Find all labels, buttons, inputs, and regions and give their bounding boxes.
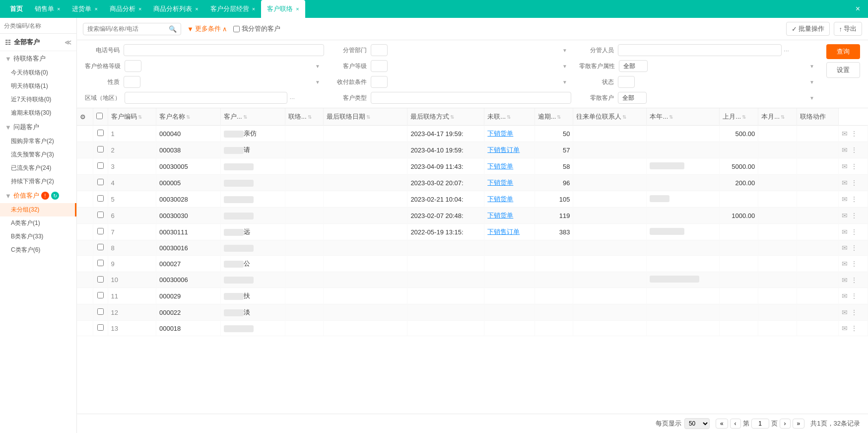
row-checkbox[interactable] (97, 179, 104, 185)
last-method-link[interactable]: 下销售订单 (487, 228, 520, 235)
phone-action-icon[interactable]: ✉ (842, 130, 848, 138)
phone-action-icon[interactable]: ✉ (842, 179, 848, 187)
batch-ops-button[interactable]: ✓ 批量操作 (786, 22, 830, 36)
phone-action-icon[interactable]: ✉ (842, 324, 848, 332)
sidebar-item-tomorrow[interactable]: 明天待联络(1) (0, 79, 76, 93)
sidebar-group-value-title[interactable]: ▼ 价值客户 ! ↻ (0, 188, 76, 203)
row-checkbox[interactable] (97, 130, 104, 136)
retail-cust-select[interactable]: 全部 (618, 92, 647, 104)
search-icon[interactable]: 🔍 (169, 25, 177, 33)
first-page-btn[interactable]: « (716, 419, 728, 429)
sidebar-collapse-icon[interactable]: ≪ (65, 39, 71, 46)
status-select[interactable] (618, 76, 635, 88)
sort-contact-icon[interactable]: ⇅ (308, 114, 312, 120)
more-action-icon[interactable]: ⋮ (851, 260, 858, 268)
phone-action-icon[interactable]: ✉ (842, 212, 848, 219)
next-page-btn[interactable]: › (780, 419, 791, 429)
more-action-icon[interactable]: ⋮ (851, 130, 858, 138)
sidebar-item-7days[interactable]: 近7天待联络(0) (0, 93, 76, 106)
refresh-badge[interactable]: ↻ (51, 192, 59, 200)
nav-product-list[interactable]: 商品分析列表 × (147, 0, 204, 18)
sidebar-item-declining[interactable]: 持续下滑客户(2) (0, 175, 76, 188)
more-action-icon[interactable]: ⋮ (851, 179, 858, 187)
sidebar-item-ungrouped[interactable]: 未分组(32) (0, 203, 76, 216)
close-purchase-icon[interactable]: × (94, 6, 97, 12)
retail-attr-select[interactable]: 全部 (619, 60, 648, 72)
phone-action-icon[interactable]: ✉ (842, 292, 848, 300)
row-checkbox[interactable] (97, 228, 104, 234)
more-action-icon[interactable]: ⋮ (851, 292, 858, 300)
row-checkbox[interactable] (97, 146, 104, 152)
close-product-list-icon[interactable]: × (195, 6, 198, 12)
more-action-icon[interactable]: ⋮ (851, 195, 858, 203)
nav-home[interactable]: 首页 (4, 0, 29, 18)
export-button[interactable]: ↑ 导出 (834, 22, 863, 36)
sort-this-month-icon[interactable]: ⇅ (781, 114, 785, 120)
cust-type-input[interactable] (371, 92, 571, 104)
sort-overdue-icon[interactable]: ⇅ (557, 114, 561, 120)
nav-sales[interactable]: 销售单 × (29, 0, 66, 18)
price-level-select[interactable] (125, 60, 141, 72)
more-action-icon[interactable]: ⋮ (851, 228, 858, 236)
close-product-analysis-icon[interactable]: × (138, 6, 141, 12)
sort-last-date-icon[interactable]: ⇅ (366, 114, 370, 120)
manager-input[interactable] (618, 44, 782, 56)
sort-last-method-icon[interactable]: ⇅ (450, 114, 454, 120)
manager-more-icon[interactable]: ··· (782, 47, 791, 54)
sidebar-item-churn-warning[interactable]: 流失预警客户(3) (0, 148, 76, 161)
more-action-icon[interactable]: ⋮ (851, 146, 858, 154)
nav-purchase[interactable]: 进货单 × (66, 0, 103, 18)
sort-code-icon[interactable]: ⇅ (138, 114, 142, 120)
more-action-icon[interactable]: ⋮ (851, 244, 858, 252)
row-checkbox[interactable] (97, 324, 104, 331)
region-input[interactable] (125, 92, 287, 104)
payment-select[interactable] (371, 76, 388, 88)
phone-input[interactable] (124, 44, 324, 56)
row-checkbox[interactable] (97, 244, 104, 250)
row-checkbox[interactable] (97, 292, 104, 298)
nav-customer-tier[interactable]: 客户分层经营 × (204, 0, 261, 18)
more-action-icon[interactable]: ⋮ (851, 212, 858, 219)
page-input[interactable] (751, 419, 769, 429)
sidebar-group-pending-title[interactable]: ▼ 待联络客户 (0, 51, 76, 66)
window-close-icon[interactable]: × (852, 4, 864, 13)
phone-action-icon[interactable]: ✉ (842, 260, 848, 268)
region-more-icon[interactable]: ··· (287, 94, 297, 102)
last-method-link[interactable]: 下销货单 (487, 179, 513, 186)
phone-action-icon[interactable]: ✉ (842, 308, 848, 316)
sort-contact2-icon[interactable]: ⇅ (622, 114, 626, 120)
sort-last-month-icon[interactable]: ⇅ (742, 114, 746, 120)
page-size-select[interactable]: 50 100 (684, 418, 710, 429)
close-customer-contact-icon[interactable]: × (296, 6, 299, 12)
row-checkbox[interactable] (97, 276, 104, 283)
nav-customer-contact[interactable]: 客户联络 × (261, 0, 305, 18)
sidebar-search-input[interactable] (4, 22, 77, 29)
search-input[interactable] (87, 25, 167, 32)
prev-page-btn[interactable]: ‹ (730, 419, 741, 429)
more-action-icon[interactable]: ⋮ (851, 324, 858, 332)
sidebar-item-class-c[interactable]: C类客户(6) (0, 243, 76, 257)
my-customers-checkbox[interactable] (233, 26, 240, 32)
nature-select[interactable] (124, 76, 140, 88)
nav-product-analysis[interactable]: 商品分析 × (104, 0, 147, 18)
sidebar-item-class-b[interactable]: B类客户(33) (0, 230, 76, 243)
phone-action-icon[interactable]: ✉ (842, 146, 848, 154)
more-filters-btn[interactable]: ▼ 更多条件 ∧ (187, 24, 227, 33)
sort-name-icon[interactable]: ⇅ (186, 114, 190, 120)
sort-uncontacted-icon[interactable]: ⇅ (507, 114, 511, 120)
row-checkbox[interactable] (97, 260, 104, 266)
last-method-link[interactable]: 下销货单 (487, 130, 513, 137)
sidebar-item-stockpile[interactable]: 囤购异常客户(2) (0, 135, 76, 148)
sidebar-item-class-a[interactable]: A类客户(1) (0, 216, 76, 230)
more-action-icon[interactable]: ⋮ (851, 162, 858, 170)
last-page-btn[interactable]: » (793, 419, 805, 429)
row-checkbox[interactable] (97, 195, 104, 202)
reset-button[interactable]: 设置 (826, 62, 860, 78)
row-checkbox[interactable] (97, 162, 104, 169)
col-check[interactable] (93, 108, 108, 126)
my-customers-filter[interactable]: 我分管的客户 (233, 24, 280, 33)
row-checkbox[interactable] (97, 212, 104, 218)
sort-type-icon[interactable]: ⇅ (243, 114, 247, 120)
select-all-checkbox[interactable] (96, 113, 103, 119)
sidebar-group-problem-title[interactable]: ▼ 问题客户 (0, 120, 76, 135)
